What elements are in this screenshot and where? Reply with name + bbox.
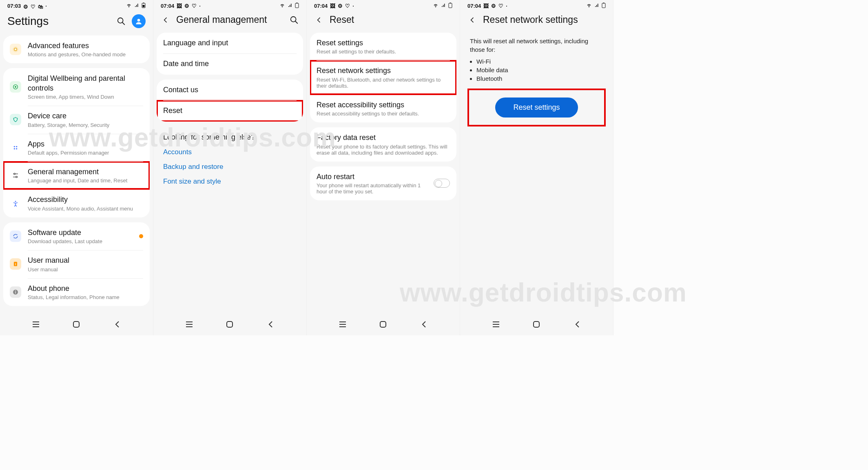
- row-software-update[interactable]: Software update Download updates, Last u…: [3, 222, 150, 250]
- row-reset-network[interactable]: Reset network settings Reset Wi-Fi, Blue…: [310, 60, 456, 94]
- svg-point-15: [14, 173, 15, 175]
- nav-recents[interactable]: [337, 319, 348, 330]
- reset-bullets: Wi-Fi Mobile data Bluetooth: [460, 58, 613, 86]
- status-time: 07:04: [467, 3, 481, 9]
- svg-rect-31: [297, 3, 298, 4]
- nav-home[interactable]: [531, 319, 542, 330]
- svg-rect-44: [380, 321, 386, 327]
- link-accounts[interactable]: Accounts: [153, 145, 306, 160]
- nav-recents[interactable]: [184, 319, 195, 330]
- status-bar: 07:04 🖼 ⚙ ♡ ·: [460, 0, 613, 10]
- row-date-time[interactable]: Date and time: [157, 53, 303, 74]
- status-bar: 07:03 ⚙ ♡ 🛍 ·: [0, 0, 153, 10]
- row-advanced-features[interactable]: Advanced features Motions and gestures, …: [3, 35, 150, 63]
- row-title: Date and time: [163, 59, 297, 69]
- row-digital-wellbeing[interactable]: Digital Wellbeing and parental controls …: [3, 68, 150, 106]
- row-accessibility[interactable]: Accessibility Voice Assistant, Mono audi…: [3, 189, 150, 217]
- svg-point-23: [15, 290, 16, 291]
- row-apps[interactable]: Apps Default apps, Permission manager: [3, 134, 150, 162]
- row-sub: Status, Legal information, Phone name: [28, 294, 143, 300]
- svg-point-17: [16, 176, 17, 177]
- reset-description: This will reset all network settings, in…: [460, 33, 613, 58]
- card-auto-restart: Auto restart Your phone will restart aut…: [310, 166, 456, 200]
- row-sub: Reset Wi-Fi, Bluetooth, and other networ…: [317, 77, 450, 89]
- battery-icon: [295, 2, 299, 9]
- wifi-icon: [279, 3, 285, 9]
- svg-point-10: [14, 146, 15, 147]
- nav-recents[interactable]: [31, 319, 41, 330]
- svg-point-38: [435, 7, 436, 7]
- link-backup-restore[interactable]: Backup and restore: [153, 160, 306, 174]
- link-font-size-style[interactable]: Font size and style: [153, 174, 306, 189]
- nav-back[interactable]: [572, 319, 582, 330]
- row-sub: Language and input, Date and time, Reset: [28, 177, 143, 184]
- bullet-mobile-data: Mobile data: [476, 67, 603, 73]
- nav-recents[interactable]: [491, 319, 501, 330]
- reset-settings-button[interactable]: Reset settings: [495, 98, 578, 118]
- svg-point-5: [137, 19, 140, 22]
- app-bar: Reset network settings: [460, 10, 613, 33]
- svg-point-45: [589, 7, 589, 7]
- gear-mini-icon: ⚙: [184, 3, 189, 9]
- nav-back[interactable]: [265, 319, 276, 330]
- nav-home[interactable]: [224, 319, 235, 330]
- nav-home[interactable]: [378, 319, 388, 330]
- svg-line-4: [122, 22, 125, 25]
- svg-point-13: [16, 148, 17, 149]
- search-button[interactable]: [289, 15, 299, 25]
- row-sub: Battery, Storage, Memory, Security: [28, 122, 143, 128]
- svg-rect-30: [295, 3, 299, 8]
- row-title: About phone: [28, 284, 143, 293]
- row-reset-settings[interactable]: Reset settings Reset all settings to the…: [310, 33, 456, 60]
- back-button[interactable]: [161, 15, 170, 25]
- page-title: Reset network settings: [483, 14, 606, 25]
- card-main: Digital Wellbeing and parental controls …: [3, 68, 150, 217]
- phone-reset: 07:04 🖼 ⚙ ♡ · Reset Reset settings Reset…: [307, 0, 460, 335]
- manual-icon: [10, 258, 21, 270]
- row-sub: User manual: [28, 266, 143, 273]
- row-about-phone[interactable]: About phone Status, Legal information, P…: [3, 278, 150, 306]
- looking-header: Looking for something else?: [153, 126, 306, 145]
- row-user-manual[interactable]: User manual User manual: [3, 250, 150, 278]
- bullet-wifi: Wi-Fi: [476, 58, 603, 65]
- row-title: Advanced features: [28, 41, 143, 51]
- row-sub: Reset accessibility settings to their de…: [317, 111, 450, 117]
- status-bar: 07:04 🖼 ⚙ ♡ ·: [153, 0, 306, 10]
- row-general-management[interactable]: General management Language and input, D…: [3, 162, 150, 189]
- row-title: Digital Wellbeing and parental controls: [28, 74, 143, 93]
- row-reset-accessibility[interactable]: Reset accessibility settings Reset acces…: [310, 95, 456, 122]
- row-language-input[interactable]: Language and input: [157, 33, 303, 53]
- nav-back[interactable]: [112, 319, 122, 330]
- auto-restart-toggle[interactable]: [434, 179, 450, 188]
- row-factory-reset[interactable]: Factory data reset Reset your phone to i…: [310, 127, 456, 161]
- row-title: Contact us: [163, 85, 297, 95]
- row-title: Auto restart: [317, 172, 427, 182]
- wellbeing-icon: [10, 81, 21, 93]
- row-contact-us[interactable]: Contact us: [157, 80, 303, 100]
- row-reset[interactable]: Reset: [157, 100, 303, 121]
- svg-point-9: [15, 86, 16, 88]
- back-button[interactable]: [314, 15, 324, 25]
- app-bar: Reset: [307, 10, 460, 33]
- bullet-bluetooth: Bluetooth: [476, 75, 603, 82]
- nav-bar: [0, 313, 153, 335]
- back-button[interactable]: [467, 15, 477, 25]
- nav-back[interactable]: [418, 319, 429, 330]
- svg-rect-28: [73, 321, 79, 327]
- row-device-care[interactable]: Device care Battery, Storage, Memory, Se…: [3, 106, 150, 133]
- svg-rect-2: [143, 5, 145, 7]
- svg-rect-51: [534, 321, 539, 327]
- search-button[interactable]: [116, 16, 126, 26]
- profile-avatar[interactable]: [132, 14, 146, 28]
- card-factory: Factory data reset Reset your phone to i…: [310, 127, 456, 161]
- svg-rect-40: [450, 3, 451, 4]
- notification-badge: [139, 234, 143, 238]
- row-title: User manual: [28, 256, 143, 265]
- svg-point-18: [15, 201, 16, 202]
- phone-reset-network: 07:04 🖼 ⚙ ♡ · Reset network settings Thi…: [460, 0, 613, 335]
- svg-point-11: [16, 146, 17, 147]
- svg-point-7: [13, 47, 18, 52]
- page-title: General management: [176, 14, 283, 25]
- row-auto-restart[interactable]: Auto restart Your phone will restart aut…: [310, 166, 456, 200]
- nav-home[interactable]: [71, 319, 82, 330]
